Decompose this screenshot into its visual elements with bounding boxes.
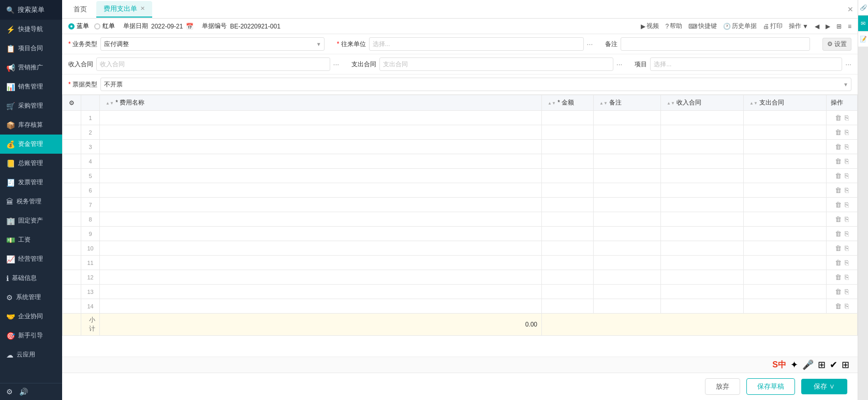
row-amount-cell[interactable] (542, 111, 594, 125)
row-income-contract-cell[interactable] (661, 227, 744, 241)
row-amount-cell[interactable] (542, 270, 594, 285)
row-amount-cell[interactable] (542, 299, 594, 314)
expense-contract-more-icon[interactable]: ··· (616, 60, 623, 68)
row-expense-contract-cell[interactable] (744, 111, 827, 125)
row-expense-name-cell[interactable] (100, 125, 542, 140)
copy-row-icon[interactable]: ⎘ (845, 215, 849, 223)
sidebar-item-invoice[interactable]: 🧾 发票管理 (0, 173, 62, 192)
row-expense-name-cell[interactable] (100, 212, 542, 227)
row-income-contract-cell[interactable] (661, 241, 744, 256)
row-expense-contract-cell[interactable] (744, 169, 827, 183)
close-window-icon[interactable]: ✕ (847, 5, 854, 13)
row-expense-name-cell[interactable] (100, 256, 542, 270)
copy-row-icon[interactable]: ⎘ (845, 114, 849, 122)
row-note-cell[interactable] (594, 140, 661, 154)
tab-home[interactable]: 首页 (66, 2, 94, 17)
row-expense-contract-cell[interactable] (744, 227, 827, 241)
sidebar-item-project-contract[interactable]: 📋 项目合同 (0, 39, 62, 58)
row-income-contract-cell[interactable] (661, 256, 744, 270)
row-amount-cell[interactable] (542, 154, 594, 169)
copy-row-icon[interactable]: ⎘ (845, 230, 849, 238)
sidebar-item-quick-nav[interactable]: ⚡ 快捷导航 (0, 20, 62, 39)
project-more-icon[interactable]: ··· (845, 60, 851, 68)
delete-row-icon[interactable]: 🗑 (835, 273, 842, 281)
shortcuts-action[interactable]: ⌨ 快捷键 (688, 22, 717, 31)
row-expense-name-cell[interactable] (100, 299, 542, 314)
note-input[interactable] (621, 37, 810, 51)
brand-apps-icon[interactable]: ⊞ (842, 359, 849, 371)
row-income-contract-cell[interactable] (661, 212, 744, 227)
copy-row-icon[interactable]: ⎘ (845, 273, 849, 281)
col-amount-header[interactable]: ▲▼ * 金额 (542, 95, 594, 111)
row-amount-cell[interactable] (542, 198, 594, 212)
copy-row-icon[interactable]: ⎘ (845, 172, 849, 180)
copy-row-icon[interactable]: ⎘ (845, 201, 849, 209)
row-amount-cell[interactable] (542, 285, 594, 299)
delete-row-icon[interactable]: 🗑 (835, 143, 842, 151)
project-input[interactable] (650, 57, 842, 71)
grid-view-icon[interactable]: ⊞ (836, 23, 842, 30)
delete-row-icon[interactable]: 🗑 (835, 259, 842, 266)
row-expense-contract-cell[interactable] (744, 140, 827, 154)
row-note-cell[interactable] (594, 285, 661, 299)
row-income-contract-cell[interactable] (661, 169, 744, 183)
col-expense-name-header[interactable]: ▲▼ * 费用名称 (100, 95, 542, 111)
row-expense-contract-cell[interactable] (744, 270, 827, 285)
prev-icon[interactable]: ◀ (815, 23, 819, 30)
row-amount-cell[interactable] (542, 227, 594, 241)
print-action[interactable]: 🖨 打印 (763, 22, 783, 31)
radio-red-label[interactable]: 红单 (94, 22, 115, 31)
delete-row-icon[interactable]: 🗑 (835, 157, 842, 165)
sidebar-item-cloud[interactable]: ☁ 云应用 (0, 345, 62, 364)
right-panel-attach-icon[interactable]: 📎 (858, 0, 868, 16)
copy-row-icon[interactable]: ⎘ (845, 128, 849, 136)
list-view-icon[interactable]: ≡ (848, 23, 851, 30)
row-amount-cell[interactable] (542, 169, 594, 183)
income-contract-input[interactable] (96, 57, 330, 71)
row-expense-name-cell[interactable] (100, 285, 542, 299)
row-expense-name-cell[interactable] (100, 183, 542, 198)
partner-input[interactable] (369, 37, 584, 51)
row-expense-name-cell[interactable] (100, 140, 542, 154)
expense-contract-input[interactable] (379, 57, 613, 71)
row-amount-cell[interactable] (542, 241, 594, 256)
delete-row-icon[interactable]: 🗑 (835, 215, 842, 223)
sidebar-item-inventory[interactable]: 📦 库存核算 (0, 115, 62, 135)
row-note-cell[interactable] (594, 154, 661, 169)
partner-more-icon[interactable]: ··· (587, 40, 593, 48)
row-expense-contract-cell[interactable] (744, 125, 827, 140)
row-income-contract-cell[interactable] (661, 154, 744, 169)
radio-blue-dot[interactable] (68, 23, 75, 29)
help-action[interactable]: ? 帮助 (665, 22, 682, 31)
sidebar-item-enterprise[interactable]: 🤝 企业协同 (0, 307, 62, 326)
row-amount-cell[interactable] (542, 140, 594, 154)
sidebar-item-payroll[interactable]: 💵 工资 (0, 230, 62, 249)
row-expense-name-cell[interactable] (100, 111, 542, 125)
row-expense-contract-cell[interactable] (744, 256, 827, 270)
delete-row-icon[interactable]: 🗑 (835, 186, 842, 194)
sidebar-search[interactable]: 🔍 搜索菜单 (0, 0, 62, 20)
sidebar-item-tax[interactable]: 🏛 税务管理 (0, 192, 62, 211)
delete-row-icon[interactable]: 🗑 (835, 172, 842, 180)
row-income-contract-cell[interactable] (661, 285, 744, 299)
sidebar-item-ops[interactable]: 📈 经营管理 (0, 249, 62, 269)
col-settings-header[interactable]: ⚙ (63, 95, 81, 111)
row-expense-contract-cell[interactable] (744, 212, 827, 227)
brand-check-icon[interactable]: ✔ (830, 359, 837, 371)
copy-row-icon[interactable]: ⎘ (845, 288, 849, 295)
row-income-contract-cell[interactable] (661, 270, 744, 285)
delete-row-icon[interactable]: 🗑 (835, 244, 842, 252)
row-note-cell[interactable] (594, 256, 661, 270)
income-contract-more-icon[interactable]: ··· (333, 60, 340, 68)
col-expense-contract-header[interactable]: ▲▼ 支出合同 (744, 95, 827, 111)
right-panel-active-icon[interactable]: ✉ (858, 16, 868, 31)
col-note-header[interactable]: ▲▼ 备注 (594, 95, 661, 111)
sidebar-item-system[interactable]: ⚙ 系统管理 (0, 288, 62, 307)
sidebar-item-marketing[interactable]: 📢 营销推广 (0, 58, 62, 77)
history-action[interactable]: 🕐 历史单据 (723, 22, 757, 31)
delete-row-icon[interactable]: 🗑 (835, 114, 842, 122)
row-expense-contract-cell[interactable] (744, 198, 827, 212)
save-button[interactable]: 保存 ∨ (801, 379, 847, 394)
row-expense-contract-cell[interactable] (744, 241, 827, 256)
brand-grid-icon[interactable]: ⊞ (818, 359, 826, 371)
